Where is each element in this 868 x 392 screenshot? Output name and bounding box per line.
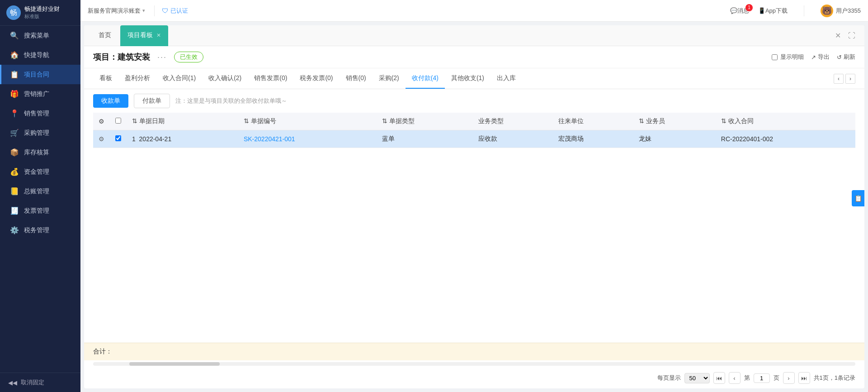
summary-label: 合计： [93, 348, 112, 355]
next-page-button[interactable]: › [783, 372, 795, 384]
sidebar-item-quick-nav[interactable]: 🏠 快捷导航 [0, 45, 80, 65]
row-gear-0[interactable]: ⚙ [93, 130, 110, 148]
receipt-button[interactable]: 收款单 [93, 94, 128, 108]
sidebar-item-invoice[interactable]: 🧾 发票管理 [0, 201, 80, 220]
sidebar-item-ledger[interactable]: 📒 总账管理 [0, 182, 80, 201]
more-options-button[interactable]: ··· [157, 53, 167, 62]
pagination: 每页显示 50 100 200 ⏮ ‹ 第 页 › ⏭ 共1页，1条记录 [84, 368, 864, 388]
sidebar-item-project-contract[interactable]: 📋 项目合同 [0, 65, 80, 84]
select-all-checkbox[interactable] [115, 118, 121, 124]
sub-tab-income-confirm[interactable]: 收入确认(2) [202, 69, 248, 89]
col-header-salesperson[interactable]: ⇅ 业务员 [633, 113, 716, 130]
per-page-select[interactable]: 50 100 200 [684, 373, 710, 383]
page-header: 项目：建筑安装 ··· 已生效 显示明细 ↗ 导出 ↺ 刷新 [84, 46, 864, 68]
refresh-icon: ↺ [837, 54, 842, 61]
row-number-0[interactable]: SK-20220421-001 [238, 130, 377, 148]
col-header-partner: 往来单位 [553, 113, 633, 130]
expand-button[interactable]: ⛶ [846, 30, 857, 42]
account-selector[interactable]: 新服务官网演示账套 ▾ [88, 7, 147, 15]
sidebar-item-tax[interactable]: ⚙️ 税务管理 [0, 220, 80, 240]
inventory-icon: 📦 [9, 148, 19, 157]
sub-tab-label-tax-invoice: 税务发票(0) [300, 74, 333, 82]
col-header-date[interactable]: ⇅ 单据日期 [127, 113, 238, 130]
sub-tab-other-income[interactable]: 其他收支(1) [445, 69, 491, 89]
row-date-0: 1 2022-04-21 [127, 130, 238, 148]
sidebar-item-marketing[interactable]: 🎁 营销推广 [0, 84, 80, 104]
close-window-button[interactable]: ✕ [833, 29, 843, 42]
col-header-income_contract[interactable]: ⇅ 收入合同 [716, 113, 855, 130]
export-button[interactable]: ↗ 导出 [811, 53, 830, 61]
sidebar-label-purchase: 采购管理 [24, 129, 49, 137]
sidebar-item-sales[interactable]: 📍 销售管理 [0, 104, 80, 123]
sidebar-footer[interactable]: ◀◀ 取消固定 [0, 373, 80, 392]
sidebar-label-search: 搜索菜单 [24, 32, 49, 40]
col-sort-salesperson[interactable]: ⇅ 业务员 [639, 117, 665, 124]
sidebar-logo: 畅 畅捷通好业财 标准版 [0, 0, 80, 26]
sidebar-label-inventory: 库存核算 [24, 148, 49, 157]
row-type-0: 蓝单 [377, 130, 473, 148]
sidebar: 畅 畅捷通好业财 标准版 🔍 搜索菜单 🏠 快捷导航 📋 项目合同 🎁 营销推广… [0, 0, 80, 392]
prev-page-button[interactable]: ‹ [729, 372, 741, 384]
refresh-button[interactable]: ↺ 刷新 [837, 53, 855, 61]
tab-home[interactable]: 首页 [91, 25, 118, 46]
app-download-label: App下载 [765, 7, 788, 15]
row-checkbox-0[interactable] [110, 130, 127, 148]
col-sort-date[interactable]: ⇅ 单据日期 [132, 117, 165, 124]
col-sort-number[interactable]: ⇅ 单据编号 [244, 117, 276, 124]
row-check-input-0[interactable] [115, 135, 121, 141]
first-page-button[interactable]: ⏮ [713, 372, 725, 384]
sub-tab-kanban[interactable]: 看板 [93, 69, 118, 89]
sub-tab-label-receipt: 收付款(4) [412, 74, 439, 82]
right-panel-button[interactable]: 📋 [852, 190, 864, 206]
scrollbar-thumb[interactable] [129, 362, 220, 366]
sidebar-item-fund[interactable]: 💰 资金管理 [0, 162, 80, 182]
unpin-icon: ◀◀ [8, 379, 17, 386]
row-number-link-0[interactable]: SK-20220421-001 [244, 135, 295, 143]
tab-close-project-board[interactable]: ✕ [156, 32, 161, 38]
sub-tab-profit[interactable]: 盈利分析 [118, 69, 156, 89]
row-contract-0: RC-20220401-002 [716, 130, 855, 148]
col-sort-income_contract[interactable]: ⇅ 收入合同 [721, 117, 754, 124]
ledger-icon: 📒 [9, 187, 19, 196]
sub-tab-tax-invoice[interactable]: 税务发票(0) [293, 69, 339, 89]
user-menu[interactable]: 🐻 用户3355 [821, 5, 861, 17]
sidebar-item-search[interactable]: 🔍 搜索菜单 [0, 26, 80, 45]
sub-tab-receipt[interactable]: 收付款(4) [406, 69, 445, 89]
user-name: 用户3355 [836, 7, 861, 15]
current-page-input[interactable] [754, 373, 770, 383]
sub-tab-label-sales-invoice: 销售发票(0) [254, 74, 287, 82]
marketing-icon: 🎁 [9, 90, 19, 98]
topbar: 新服务官网演示账套 ▾ 🛡 已认证 💬 消息 1 📱 App下载 🐻 用户335… [80, 0, 868, 22]
last-page-button[interactable]: ⏭ [798, 372, 810, 384]
tab-next-button[interactable]: › [845, 74, 855, 84]
col-header-biz_type: 业务类型 [473, 113, 553, 130]
table-row[interactable]: ⚙ 1 2022-04-21 SK-20220421-001 蓝单 应收款 宏茂… [93, 130, 855, 148]
sub-tab-purchase[interactable]: 采购(2) [373, 69, 406, 89]
phone-icon: 📱 [758, 7, 765, 14]
export-icon: ↗ [811, 54, 816, 61]
sub-tab-sales-invoice[interactable]: 销售发票(0) [248, 69, 293, 89]
export-label: 导出 [818, 53, 830, 61]
sidebar-label-sales: 销售管理 [24, 110, 49, 118]
sub-tab-income-contract[interactable]: 收入合同(1) [156, 69, 202, 89]
tab-project-board[interactable]: 项目看板✕ [120, 25, 168, 46]
payment-button[interactable]: 付款单 [134, 94, 170, 108]
sidebar-item-purchase[interactable]: 🛒 采购管理 [0, 123, 80, 143]
show-detail-checkbox[interactable]: 显示明细 [772, 53, 804, 61]
col-header-number[interactable]: ⇅ 单据编号 [238, 113, 377, 130]
message-button[interactable]: 💬 消息 1 [730, 7, 749, 15]
app-download-button[interactable]: 📱 App下载 [758, 7, 788, 15]
certified-text: 已认证 [170, 7, 188, 15]
show-detail-input[interactable] [772, 54, 778, 60]
app-logo-icon: 畅 [6, 5, 21, 20]
settings-icon[interactable]: ⚙ [99, 118, 104, 125]
col-header-type[interactable]: ⇅ 单据类型 [377, 113, 473, 130]
sidebar-item-inventory[interactable]: 📦 库存核算 [0, 143, 80, 162]
sub-tab-label-other-income: 其他收支(1) [451, 74, 484, 82]
sub-tab-sales[interactable]: 销售(0) [340, 69, 373, 89]
sub-tab-warehouse[interactable]: 出入库 [491, 69, 522, 89]
horizontal-scrollbar[interactable] [93, 362, 855, 366]
main-area: 新服务官网演示账套 ▾ 🛡 已认证 💬 消息 1 📱 App下载 🐻 用户335… [80, 0, 868, 392]
col-sort-type[interactable]: ⇅ 单据类型 [382, 117, 415, 124]
tab-prev-button[interactable]: ‹ [834, 74, 844, 84]
